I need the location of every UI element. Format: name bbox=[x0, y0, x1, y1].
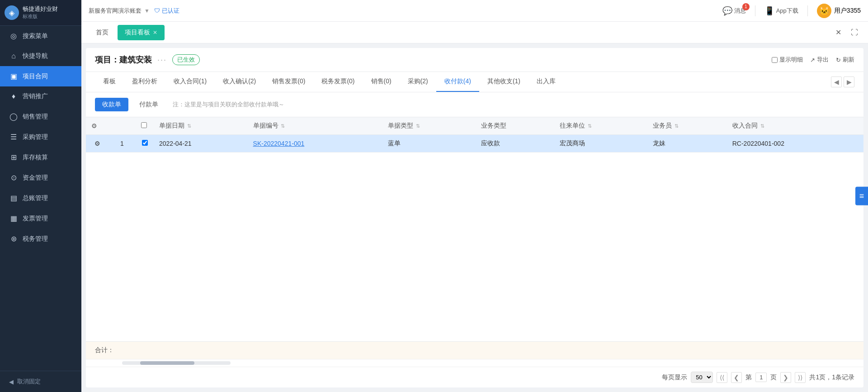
subtab-prev-button[interactable]: ◀ bbox=[831, 76, 842, 87]
export-button[interactable]: ↗ 导出 bbox=[810, 56, 829, 64]
topbar-actions: 💬 消息 1 📱 App下载 🐱 用户3355 bbox=[722, 4, 861, 18]
messages-button[interactable]: 💬 消息 1 bbox=[722, 6, 746, 16]
th-checkbox[interactable] bbox=[136, 117, 154, 135]
tab-home[interactable]: 首页 bbox=[89, 25, 116, 40]
table-row[interactable]: ⚙ 1 2022-04-21 SK-20220421-001 蓝单 应收款 宏茂… bbox=[86, 135, 863, 153]
refresh-button[interactable]: ↻ 刷新 bbox=[836, 56, 854, 64]
total-info: 共1页，1条记录 bbox=[809, 373, 854, 382]
tab-project-board[interactable]: 项目看板 ✕ bbox=[118, 25, 165, 40]
tabbar-right: ✕ ⛶ bbox=[832, 26, 861, 39]
inventory-icon: ⊞ bbox=[9, 153, 18, 162]
row-code-cell[interactable]: SK-20220421-001 bbox=[248, 135, 383, 153]
subtab-revenue-confirm[interactable]: 收入确认(2) bbox=[215, 72, 264, 92]
record-link[interactable]: SK-20220421-001 bbox=[253, 140, 305, 147]
message-icon: 💬 bbox=[722, 6, 732, 16]
subtab-in-out[interactable]: 出入库 bbox=[528, 72, 564, 92]
pin-icon: ◀ bbox=[9, 378, 14, 385]
account-selector[interactable]: 新服务官网演示账套 ▼ bbox=[89, 7, 150, 15]
refresh-icon: ↻ bbox=[836, 57, 841, 63]
th-num bbox=[108, 117, 136, 135]
expand-window-button[interactable]: ⛶ bbox=[848, 26, 861, 39]
sidebar-item-search[interactable]: ◎ 搜索菜单 bbox=[0, 26, 81, 46]
tab-project-board-label: 项目看板 bbox=[125, 29, 150, 37]
sidebar-item-invoice[interactable]: ▦ 发票管理 bbox=[0, 208, 81, 229]
per-page-label: 每页显示 bbox=[662, 373, 687, 382]
sidebar-item-ledger[interactable]: ▤ 总账管理 bbox=[0, 188, 81, 208]
last-page-button[interactable]: ⟩⟩ bbox=[795, 372, 806, 383]
project-title: 项目：建筑安装 bbox=[95, 54, 152, 65]
tab-close-icon[interactable]: ✕ bbox=[153, 29, 157, 36]
show-detail-label: 显示明细 bbox=[779, 56, 803, 64]
cancel-pin-button[interactable]: ◀ 取消固定 bbox=[0, 371, 81, 392]
user-label: 用户3355 bbox=[834, 7, 861, 15]
marketing-icon: ♦ bbox=[9, 92, 18, 100]
row-gear-cell[interactable]: ⚙ bbox=[86, 135, 108, 153]
project-status-badge: 已生效 bbox=[172, 54, 200, 65]
inner-tab-payments[interactable]: 付款单 bbox=[132, 98, 165, 111]
subtab-purchase[interactable]: 采购(2) bbox=[400, 72, 436, 92]
horizontal-scrollbar[interactable] bbox=[122, 361, 231, 365]
subtab-revenue-contract[interactable]: 收入合同(1) bbox=[165, 72, 215, 92]
prev-page-button[interactable]: ❮ bbox=[731, 372, 742, 383]
sidebar-item-label: 发票管理 bbox=[23, 215, 48, 223]
th-biz-type: 业务类型 bbox=[476, 117, 554, 135]
app-download-button[interactable]: 📱 App下载 bbox=[764, 6, 798, 16]
sidebar-item-tax[interactable]: ⊛ 税务管理 bbox=[0, 229, 81, 249]
search-icon: ◎ bbox=[9, 32, 18, 40]
row-type-cell: 蓝单 bbox=[382, 135, 476, 153]
th-gear[interactable]: ⚙ bbox=[86, 117, 108, 135]
project-header: 项目：建筑安装 ··· 已生效 显示明细 ↗ 导出 ↻ 刷新 bbox=[86, 48, 863, 72]
sidebar-item-inventory[interactable]: ⊞ 库存核算 bbox=[0, 147, 81, 167]
inner-tab-receipts[interactable]: 收款单 bbox=[95, 98, 128, 111]
sort-icon: ⇅ bbox=[760, 123, 764, 129]
sidebar-item-marketing[interactable]: ♦ 营销推广 bbox=[0, 86, 81, 106]
sidebar-item-project[interactable]: ▣ 项目合同 bbox=[0, 66, 81, 86]
sort-icon: ⇅ bbox=[281, 123, 285, 129]
tax-icon: ⊛ bbox=[9, 234, 18, 243]
invoice-icon: ▦ bbox=[9, 214, 18, 223]
export-label: 导出 bbox=[817, 56, 829, 64]
user-menu[interactable]: 🐱 用户3355 bbox=[817, 4, 861, 18]
row-checkbox-cell[interactable] bbox=[136, 135, 154, 153]
th-type[interactable]: 单据类型 ⇅ bbox=[382, 117, 476, 135]
close-window-button[interactable]: ✕ bbox=[832, 26, 844, 39]
subtab-tax-invoice[interactable]: 税务发票(0) bbox=[313, 72, 363, 92]
show-detail-checkbox[interactable]: 显示明细 bbox=[772, 56, 803, 64]
sort-icon: ⇅ bbox=[588, 123, 592, 129]
show-detail-input[interactable] bbox=[772, 57, 778, 63]
th-partner[interactable]: 往来单位 ⇅ bbox=[554, 117, 647, 135]
th-code[interactable]: 单据编号 ⇅ bbox=[248, 117, 383, 135]
subtab-receipts[interactable]: 收付款(4) bbox=[436, 72, 479, 92]
sidebar-brand-name: 畅捷通好业财 bbox=[23, 5, 58, 13]
th-salesperson[interactable]: 业务员 ⇅ bbox=[647, 117, 727, 135]
current-page: 1 bbox=[755, 373, 767, 382]
sidebar: ◈ 畅捷通好业财 标准版 ◎ 搜索菜单 ⌂ 快捷导航 ▣ 项目合同 ♦ 营销推广… bbox=[0, 0, 81, 392]
sidebar-item-purchase[interactable]: ☰ 采购管理 bbox=[0, 127, 81, 147]
per-page-select[interactable]: 50 bbox=[691, 372, 713, 383]
sidebar-item-quick[interactable]: ⌂ 快捷导航 bbox=[0, 46, 81, 66]
subtab-sales-invoice[interactable]: 销售发票(0) bbox=[264, 72, 313, 92]
inner-tab-note: 注：这里是与项目关联的全部收付款单哦～ bbox=[173, 100, 284, 109]
sidebar-item-label: 销售管理 bbox=[23, 113, 48, 121]
select-all-checkbox[interactable] bbox=[141, 122, 147, 128]
sidebar-item-sales[interactable]: ◯ 销售管理 bbox=[0, 106, 81, 127]
table-header-row: ⚙ 单据日期 ⇅ 单据编号 ⇅ 单据类型 ⇅ 业务类型 往来单位 ⇅ 业务员 ⇅… bbox=[86, 117, 863, 135]
subtab-other-expense[interactable]: 其他收支(1) bbox=[479, 72, 528, 92]
subtab-sales[interactable]: 销售(0) bbox=[363, 72, 400, 92]
row-checkbox[interactable] bbox=[142, 140, 148, 146]
scrollbar-thumb[interactable] bbox=[140, 361, 194, 365]
first-page-button[interactable]: ⟨⟨ bbox=[717, 372, 727, 383]
subtab-next-button[interactable]: ▶ bbox=[844, 76, 854, 87]
inner-tab-receipts-label: 收款单 bbox=[102, 100, 121, 108]
sidebar-header: ◈ 畅捷通好业财 标准版 bbox=[0, 0, 81, 26]
next-page-button[interactable]: ❯ bbox=[780, 372, 791, 383]
subtab-profit[interactable]: 盈利分析 bbox=[124, 72, 165, 92]
th-date[interactable]: 单据日期 ⇅ bbox=[154, 117, 248, 135]
app-download-label: App下载 bbox=[776, 7, 798, 15]
sidebar-item-funds[interactable]: ⊙ 资金管理 bbox=[0, 167, 81, 188]
right-panel-toggle[interactable]: ≡ bbox=[855, 187, 868, 206]
more-options-button[interactable]: ··· bbox=[157, 55, 167, 65]
th-revenue-contract[interactable]: 收入合同 ⇅ bbox=[727, 117, 863, 135]
project-label-prefix: 项目： bbox=[95, 55, 119, 64]
subtab-kanban[interactable]: 看板 bbox=[95, 72, 124, 92]
